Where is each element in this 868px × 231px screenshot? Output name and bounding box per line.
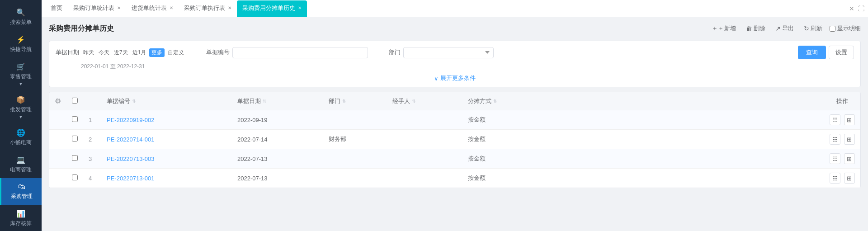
tab-inbound-stats[interactable]: 进货单统计表 ✕ — [126, 0, 179, 17]
sidebar-item-purchase-mgmt[interactable]: 🛍 采购管理 — [0, 178, 42, 205]
close-tab-inbound-stats[interactable]: ✕ — [170, 5, 173, 10]
setting-button[interactable]: 设置 — [829, 46, 854, 59]
col-seq-header — [83, 92, 101, 110]
close-tab-purchase-order-stats[interactable]: ✕ — [117, 5, 121, 10]
sort-order-no-icon[interactable]: ⇅ — [132, 99, 136, 104]
shortcut-7days[interactable]: 近7天 — [113, 48, 129, 57]
sort-split-icon[interactable]: ⇅ — [493, 99, 497, 104]
close-tab-purchase-order-exec[interactable]: ✕ — [228, 5, 231, 10]
cell-actions-2: ☷ ⊞ — [824, 149, 860, 169]
row-checkbox-3[interactable] — [72, 174, 78, 180]
sidebar-item-quick-nav[interactable]: ⚡ 快捷导航 — [0, 31, 42, 58]
expand-more-button[interactable]: ∨ 展开更多条件 — [434, 74, 476, 82]
sidebar-item-search-menu[interactable]: 🔍 搜索菜单 — [0, 4, 42, 31]
order-no-link-3[interactable]: PE-20220713-001 — [107, 175, 155, 182]
cell-checkbox-3[interactable] — [66, 169, 83, 188]
cell-checkbox-0[interactable] — [66, 110, 83, 130]
cell-dept-1: 财务部 — [323, 130, 387, 149]
tabs-actions: ✕ ⛶ — [849, 5, 864, 12]
cell-seq-1: 2 — [83, 130, 101, 149]
edit-btn-1[interactable]: ☷ — [830, 134, 840, 145]
edit-btn-0[interactable]: ☷ — [830, 114, 840, 125]
dept-select[interactable] — [403, 47, 494, 58]
table-body: 1 PE-20220919-002 2022-09-19 按金额 ☷ ⊞ 2 P… — [49, 110, 860, 188]
row-checkbox-2[interactable] — [72, 155, 78, 161]
cell-date-3: 2022-07-13 — [232, 169, 323, 188]
cell-handler-2 — [387, 149, 462, 169]
tab-home[interactable]: 首页 — [45, 0, 68, 17]
detail-btn-2[interactable]: ⊞ — [844, 153, 855, 164]
sidebar-item-wholesale-mgmt[interactable]: 📦 批发管理 ▼ — [0, 91, 42, 124]
purchase-icon: 🛍 — [18, 183, 25, 191]
show-cols-toggle[interactable]: 显示明细 — [830, 24, 861, 33]
detail-btn-1[interactable]: ⊞ — [844, 134, 855, 145]
col-checkbox — [66, 92, 83, 110]
cell-split-method-0: 按金额 — [462, 110, 824, 130]
shortcut-custom[interactable]: 自定义 — [166, 48, 185, 57]
export-button[interactable]: ↗ 导出 — [773, 23, 797, 34]
refresh-button[interactable]: ↻ 刷新 — [801, 23, 825, 34]
refresh-icon: ↻ — [804, 25, 809, 32]
cell-checkbox-1[interactable] — [66, 130, 83, 149]
order-no-input[interactable] — [232, 47, 368, 58]
table-row: 2 PE-20220714-001 2022-07-14 财务部 按金额 ☷ ⊞ — [49, 130, 860, 149]
tab-purchase-order-exec[interactable]: 采购订单执行表 ✕ — [179, 0, 237, 17]
edit-btn-3[interactable]: ☷ — [830, 173, 840, 184]
shortcut-today[interactable]: 今天 — [97, 48, 111, 57]
edit-btn-2[interactable]: ☷ — [830, 153, 840, 164]
column-settings-icon[interactable]: ⚙ — [55, 97, 61, 105]
cell-checkbox-2[interactable] — [66, 149, 83, 169]
filter-area: 单据日期 昨天 今天 近7天 近1月 更多 自定义 单据编号 — [49, 41, 861, 87]
cell-actions-3: ☷ ⊞ — [824, 169, 860, 188]
cell-order-no-0: PE-20220919-002 — [101, 110, 232, 130]
sort-handler-icon[interactable]: ⇅ — [412, 99, 415, 104]
shortcut-1month[interactable]: 近1月 — [131, 48, 148, 57]
tab-purchase-order-stats[interactable]: 采购订单统计表 ✕ — [68, 0, 126, 17]
query-button[interactable]: 查询 — [798, 46, 826, 59]
cell-seq-0: 1 — [83, 110, 101, 130]
retail-icon: 🛒 — [16, 62, 25, 71]
cell-settings-3 — [49, 169, 66, 188]
tab-purchase-cost-history[interactable]: 采购费用分摊单历史 ✕ — [237, 0, 307, 17]
detail-btn-0[interactable]: ⊞ — [844, 114, 855, 125]
order-no-label: 单据编号 — [206, 48, 230, 57]
page-content: 采购费用分摊单历史 ＋ + 新增 🗑 删除 ↗ 导出 ↻ 刷新 — [42, 17, 868, 231]
show-cols-checkbox[interactable] — [830, 26, 835, 32]
date-filter-item: 单据日期 昨天 今天 近7天 近1月 更多 自定义 — [56, 48, 185, 57]
order-no-link-1[interactable]: PE-20220714-001 — [107, 136, 155, 143]
add-icon: ＋ — [712, 24, 718, 33]
cell-seq-3: 4 — [83, 169, 101, 188]
maximize-icon[interactable]: ⛶ — [858, 5, 864, 12]
order-no-link-2[interactable]: PE-20220713-003 — [107, 156, 155, 162]
sidebar-item-ecom-mgmt[interactable]: 💻 电商管理 — [0, 151, 42, 178]
detail-btn-3[interactable]: ⊞ — [844, 173, 855, 184]
cell-split-method-3: 按金额 — [462, 169, 824, 188]
cell-settings-1 — [49, 130, 66, 149]
chevron-down-expand-icon: ∨ — [434, 75, 439, 82]
sort-dept-icon[interactable]: ⇅ — [342, 99, 346, 104]
mini-ecom-icon: 🌐 — [16, 128, 25, 137]
col-split-method-header: 分摊方式 ⇅ — [462, 92, 824, 110]
row-checkbox-0[interactable] — [72, 116, 78, 122]
sidebar-item-inventory[interactable]: 📊 库存核算 — [0, 205, 42, 231]
select-all-checkbox[interactable] — [72, 98, 78, 104]
sidebar-item-mini-ecom[interactable]: 🌐 小畅电商 — [0, 124, 42, 151]
cell-dept-2 — [323, 149, 387, 169]
add-button[interactable]: ＋ + 新增 — [709, 23, 739, 34]
shortcut-more[interactable]: 更多 — [149, 48, 165, 57]
table-row: 3 PE-20220713-003 2022-07-13 按金额 ☷ ⊞ — [49, 149, 860, 169]
close-tab-purchase-cost-history[interactable]: ✕ — [298, 5, 302, 10]
delete-button[interactable]: 🗑 删除 — [743, 23, 768, 34]
table-row: 1 PE-20220919-002 2022-09-19 按金额 ☷ ⊞ — [49, 110, 860, 130]
close-all-tabs-icon[interactable]: ✕ — [849, 5, 854, 12]
row-checkbox-1[interactable] — [72, 136, 78, 141]
sidebar: 🔍 搜索菜单 ⚡ 快捷导航 🛒 零售管理 ▼ 📦 批发管理 ▼ 🌐 小畅电商 💻… — [0, 0, 42, 231]
shortcut-yesterday[interactable]: 昨天 — [82, 48, 95, 57]
order-no-link-0[interactable]: PE-20220919-002 — [107, 117, 155, 123]
sort-date-icon[interactable]: ⇅ — [263, 99, 266, 104]
col-order-no-header: 单据编号 ⇅ — [101, 92, 232, 110]
dept-label: 部门 — [389, 48, 401, 57]
cell-handler-1 — [387, 130, 462, 149]
cell-settings-2 — [49, 149, 66, 169]
sidebar-item-retail-mgmt[interactable]: 🛒 零售管理 ▼ — [0, 58, 42, 91]
